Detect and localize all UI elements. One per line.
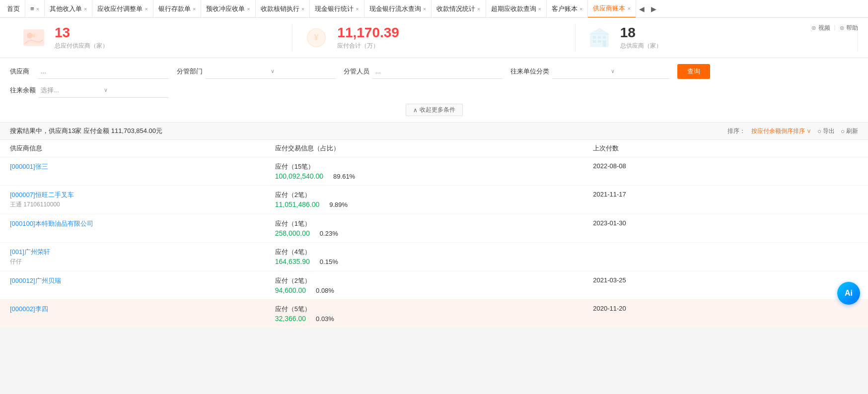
nav-tab-menu[interactable]: ≡ × [25,0,45,18]
close-icon[interactable]: × [423,6,426,12]
tab-label: 供应商账本 [593,4,625,13]
nav-tab-cash-bank-stat[interactable]: 现金银行统计 × [310,0,364,18]
table-row: [001]广州荣轩 仔仔 应付（4笔） 164,635.90 0.15% [0,243,868,271]
nav-tab-bank-deposit[interactable]: 银行存款单 × [153,0,201,18]
supplier-link-4[interactable]: [001]广州荣轩 [10,248,50,256]
supplier-info-1: [000001]张三 [10,162,275,171]
sort-label: 排序： [727,127,745,135]
trans-pct-6: 0.03% [316,315,334,323]
filter-supplier: 供应商 [10,64,169,79]
close-icon[interactable]: × [579,6,582,12]
trans-amount-6[interactable]: 32,366.00 [275,315,306,323]
table-header: 供应商信息 应付交易信息（占比） 上次付数 [0,140,868,157]
nav-tab-customer-account[interactable]: 客户账本 × [547,0,588,18]
close-icon[interactable]: × [247,6,250,12]
unit-class-label: 往来单位分类 [510,67,549,76]
supplier-label: 供应商 [10,67,35,76]
svg-point-1 [27,33,33,39]
nav-tab-home[interactable]: 首页 [2,0,25,18]
trans-amount-4[interactable]: 164,635.90 [275,258,310,265]
lastpay-date-3: 2023-01-30 [593,219,626,227]
svg-marker-13 [588,28,610,34]
summary-label-1: 总应付供应商（家） [55,42,108,50]
nav-tab-advance-collect[interactable]: 预收冲应收单 × [201,0,255,18]
refresh-label: 刷新 [846,127,858,135]
supplier-link-6[interactable]: [000002]李四 [10,305,48,313]
tab-label: 其他收入单 [50,4,82,13]
filter-balance: 往来余额 选择... ∨ [10,83,169,98]
supplier-link-5[interactable]: [000012]广州贝瑞 [10,277,61,284]
supplier-link-1[interactable]: [000001]张三 [10,163,48,170]
lastpay-5: 2021-03-25 [593,276,752,284]
nav-tab-overdue-query[interactable]: 超期应收款查询 × [486,0,547,18]
close-icon[interactable]: × [193,6,196,12]
filter-area: 供应商 分管部门 ∨ 分管人员 往来单位分类 ∨ 查询 [0,58,868,123]
trans-amount-1[interactable]: 100,092,540.00 [275,172,323,180]
dept-dropdown[interactable]: ∨ [206,64,336,79]
trans-label-4: 应付（4笔） [275,248,593,257]
nav-tab-other-income[interactable]: 其他收入单 × [45,0,92,18]
close-icon[interactable]: × [301,6,304,12]
video-link[interactable]: ⊙ 视频 [811,24,830,32]
summary-info-2: 11,170.39 应付合计（万） [337,26,399,50]
person-input[interactable] [372,64,503,79]
close-icon[interactable]: × [356,6,359,12]
supplier-link-3[interactable]: [000100]本特勤油品有限公司 [10,220,93,227]
trans-pct-5: 0.08% [316,287,334,294]
unit-class-dropdown[interactable]: ∨ [552,64,669,79]
balance-dropdown[interactable]: 选择... ∨ [39,83,169,98]
results-actions: 排序： 按应付余额倒序排序 ∨ ○ 导出 ○ 刷新 [727,127,858,135]
nav-tab-cash-bank-flow[interactable]: 现金银行流水查询 × [364,0,432,18]
dept-arrow-icon: ∨ [271,68,334,74]
tab-label: 收款核销执行 [261,4,299,13]
ai-button[interactable]: Ai [837,282,860,305]
nav-tab-ar-adjust[interactable]: 应收应付调整单 × [92,0,153,18]
trans-amount-5[interactable]: 94,600.00 [275,286,306,294]
trans-row-5: 94,600.00 0.08% [275,286,593,294]
tab-label: 银行存款单 [158,4,191,13]
top-right-links: ⊙ 视频 | ⊙ 帮助 [811,24,858,32]
collapse-button[interactable]: ∧ 收起更多条件 [406,104,463,116]
summary-number-1: 13 [55,26,108,40]
col-header-supplier: 供应商信息 [10,144,275,153]
transaction-info-4: 应付（4笔） 164,635.90 0.15% [275,248,593,265]
lastpay-6: 2020-11-20 [593,305,752,312]
refresh-button[interactable]: ○ 刷新 [841,127,858,135]
data-table: 供应商信息 应付交易信息（占比） 上次付数 [000001]张三 应付（15笔）… [0,140,868,328]
search-button[interactable]: 查询 [677,64,710,79]
home-label: 首页 [7,4,20,13]
supplier-info-2: [000007]恒旺二手叉车 王通 17106110000 [10,191,275,209]
close-icon[interactable]: × [627,5,630,11]
export-button[interactable]: ○ 导出 [817,127,835,135]
trans-label-1: 应付（15笔） [275,162,593,171]
nav-tab-supplier-account[interactable]: 供应商账本 × [588,0,636,18]
summary-card-suppliers-payable: ¥ 13 总应付供应商（家） [10,24,292,52]
close-icon[interactable]: × [477,6,480,12]
tab-label: 超期应收款查询 [491,4,536,13]
help-link[interactable]: ⊙ 帮助 [840,24,858,32]
supplier-input[interactable] [38,64,169,79]
lastpay-2: 2021-11-17 [593,191,752,198]
trans-amount-2[interactable]: 11,051,486.00 [275,200,320,208]
close-icon[interactable]: × [84,6,87,12]
trans-row-4: 164,635.90 0.15% [275,258,593,265]
trans-row-3: 258,000.00 0.23% [275,229,593,237]
sort-value[interactable]: 按应付余额倒序排序 ∨ [751,127,811,135]
svg-rect-8 [597,36,601,39]
nav-arrow-left[interactable]: ◀ [636,0,648,18]
close-icon[interactable]: × [538,6,541,12]
top-navigation: 首页 ≡ × 其他收入单 × 应收应付调整单 × 银行存款单 × 预收冲应收单 … [0,0,868,18]
collapse-row: ∧ 收起更多条件 [10,102,858,118]
nav-arrow-right[interactable]: ▶ [648,0,660,18]
table-row: [000001]张三 应付（15笔） 100,092,540.00 89.61%… [0,157,868,186]
supplier-link-2[interactable]: [000007]恒旺二手叉车 [10,191,74,198]
supplier-info-6: [000002]李四 [10,305,275,314]
nav-tab-collect-verify[interactable]: 收款核销执行 × [256,0,310,18]
trans-amount-3[interactable]: 258,000.00 [275,229,310,237]
svg-rect-10 [592,40,596,43]
close-icon[interactable]: × [36,6,39,12]
table-row: [000002]李四 应付（5笔） 32,366.00 0.03% 2020-1… [0,300,868,328]
close-icon[interactable]: × [145,6,147,12]
nav-tab-collect-stat[interactable]: 收款情况统计 × [432,0,486,18]
supplier-info-5: [000012]广州贝瑞 [10,276,275,285]
